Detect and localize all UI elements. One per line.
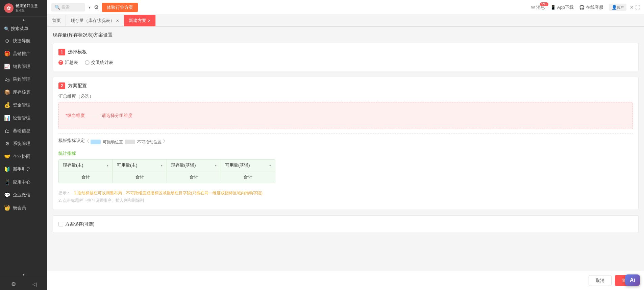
radio-summary[interactable]: 汇总表 <box>58 59 78 66</box>
sidebar-item-sales[interactable]: 📈 销售管理 <box>0 60 47 73</box>
sidebar-item-quick-nav[interactable]: ⊙ 快捷导航 <box>0 34 47 47</box>
sidebar-item-label: 经营管理 <box>13 115 30 121</box>
topbar-dropdown-btn[interactable]: ▾ <box>89 5 91 10</box>
app-download-btn[interactable]: 📱 App下载 <box>550 4 574 10</box>
sidebar-item-vip[interactable]: 👑 畅会员 <box>0 201 47 214</box>
cancel-button[interactable]: 取消 <box>589 275 612 286</box>
scheme-save: 方案保存(可选) <box>58 221 95 227</box>
scroll-up-btn[interactable]: ▲ <box>0 17 47 23</box>
stats-col-header-0[interactable]: 现存量(主) ▾ <box>59 160 113 171</box>
sidebar-search[interactable]: 🔍 搜索菜单 <box>0 23 47 34</box>
sidebar-item-operations[interactable]: 📊 经营管理 <box>0 112 47 124</box>
system-icon: ⚙ <box>4 141 10 147</box>
tab-inventory-status[interactable]: 现存量（库存状况表） ✕ <box>66 15 124 26</box>
stats-col-3-label: 可用量(基辅) <box>225 162 250 168</box>
scheme-save-checkbox[interactable] <box>58 222 63 226</box>
service-btn[interactable]: 🎧 在线客服 <box>579 4 603 10</box>
radio-summary-label: 汇总表 <box>65 59 78 66</box>
stats-table: 现存量(主) ▾ 合计 可用量(主) ▾ 合计 <box>58 159 275 183</box>
settings-btn[interactable]: ⚙ <box>11 281 16 287</box>
app-edition: 标准版 <box>16 8 38 13</box>
step1-title: 选择模板 <box>68 49 87 55</box>
tab-new-scheme[interactable]: 新建方案 ✕ <box>124 15 156 26</box>
vip-icon: 👑 <box>4 205 10 211</box>
tab-home[interactable]: 首页 <box>47 15 66 26</box>
topbar-right: ✉ 消息 99+ 📱 App下载 🎧 在线客服 👤 用户 <box>531 4 626 11</box>
sidebar-item-system[interactable]: ⚙ 系统管理 <box>0 137 47 150</box>
page-title: 现存量(库存状况表)方案设置 <box>53 32 639 38</box>
close-panel-icon[interactable]: ✕ <box>630 5 634 10</box>
sidebar-footer: ⚙ ◁ <box>0 278 47 290</box>
sidebar-item-cooperation[interactable]: 🤝 企业协同 <box>0 150 47 163</box>
app-logo-icon: ✿ <box>4 3 14 13</box>
collapse-btn[interactable]: ◁ <box>32 281 36 287</box>
topbar-gear-icon[interactable]: ⚙ <box>94 4 99 10</box>
expand-panel-icon[interactable]: ⛶ <box>635 5 640 10</box>
radio-cross[interactable]: 交叉统计表 <box>85 59 113 66</box>
legend-row: 可拖动位置 不可拖动位置 <box>91 139 162 145</box>
sidebar-item-basic[interactable]: 🗂 基础信息 <box>0 124 47 137</box>
sidebar-item-label: 库存核算 <box>13 89 30 95</box>
stats-col-body-2: 合计 <box>167 171 221 183</box>
tab-home-label: 首页 <box>52 18 61 24</box>
stats-col-header-3[interactable]: 可用量(基辅) ▾ <box>221 160 275 171</box>
dimension-box[interactable]: *纵向维度 —— 请选择分组维度 <box>58 102 633 129</box>
topbar-search-text: 搜索 <box>61 4 70 10</box>
tab-inventory-close-icon[interactable]: ✕ <box>116 19 119 23</box>
finance-icon: 💰 <box>4 102 10 108</box>
app-icon: 📱 <box>550 5 556 10</box>
tab-inventory-label: 现存量（库存状况表） <box>71 18 115 24</box>
step1-header: 1 选择模板 <box>58 49 633 55</box>
trial-btn[interactable]: 体验行业方案 <box>102 3 138 12</box>
service-label: 在线客服 <box>586 4 603 10</box>
metrics-label-suffix: ） <box>163 138 167 144</box>
stats-col-0-label: 现存量(主) <box>63 162 83 168</box>
stats-col-body-1: 合计 <box>113 171 167 183</box>
sidebar-item-label: 基础信息 <box>13 128 30 134</box>
sidebar-item-label: 新手引导 <box>13 166 30 172</box>
radio-cross-circle <box>85 60 90 65</box>
tab-new-scheme-close-icon[interactable]: ✕ <box>148 19 151 23</box>
app-name: 畅康通好生意 <box>16 3 38 8</box>
stats-col-header-2[interactable]: 现存量(基辅) ▾ <box>167 160 221 171</box>
sidebar-item-label: 系统管理 <box>13 141 30 147</box>
dimension-placeholder: 请选择分组维度 <box>102 113 132 119</box>
newbie-icon: 🔰 <box>4 166 10 172</box>
tips-section: 提示： 1.拖动标题栏可以调整布局，不可跨维度或指标区域拖动栏目字段(只能在同一… <box>58 190 633 204</box>
sidebar-logo: ✿ 畅康通好生意 标准版 <box>0 0 47 17</box>
legend-draggable-swatch <box>91 140 101 144</box>
user-btn[interactable]: 👤 用户 <box>609 4 626 11</box>
sidebar-item-label: 资金管理 <box>13 102 30 108</box>
sales-icon: 📈 <box>4 64 10 70</box>
tips-item-1: 1.拖动标题栏可以调整布局，不可跨维度或指标区域拖动栏目字段(只能在同一维度或指… <box>74 191 263 195</box>
legend-fixed-label: 不可拖动位置 <box>137 139 162 145</box>
stats-col-3: 可用量(基辅) ▾ 合计 <box>221 160 275 183</box>
message-btn[interactable]: ✉ 消息 99+ <box>531 4 545 10</box>
sidebar-item-marketing[interactable]: 🎁 营销推广 <box>0 47 47 60</box>
legend-fixed-swatch <box>125 140 135 144</box>
sidebar-item-label: 畅会员 <box>13 205 26 211</box>
sidebar-item-newbie[interactable]: 🔰 新手引导 <box>0 163 47 176</box>
dimension-arrow: —— <box>89 113 98 118</box>
stats-col-header-1[interactable]: 可用量(主) ▾ <box>113 160 167 171</box>
sidebar-item-inventory[interactable]: 📦 库存核算 <box>0 86 47 99</box>
scroll-down-btn[interactable]: ▼ <box>0 271 47 278</box>
stats-col-1-chevron: ▾ <box>161 164 163 167</box>
operations-icon: 📊 <box>4 115 10 121</box>
topbar-search-box[interactable]: 🔍 搜索 <box>51 3 85 11</box>
sidebar-item-wechat[interactable]: 💬 企业微信 <box>0 189 47 201</box>
sidebar-item-app-center[interactable]: 📱 应用中心 <box>0 176 47 189</box>
stats-col-body-3: 合计 <box>221 171 275 183</box>
sidebar-search-label: 搜索菜单 <box>11 26 28 32</box>
quick-nav-icon: ⊙ <box>4 38 10 44</box>
stats-col-1-label: 可用量(主) <box>117 162 138 168</box>
sidebar-item-finance[interactable]: 💰 资金管理 <box>0 99 47 112</box>
ai-float-button[interactable]: Ai <box>625 274 640 286</box>
app-center-icon: 📱 <box>4 179 10 185</box>
footer-bar: 取消 查询 <box>47 271 644 290</box>
wechat-icon: 💬 <box>4 192 10 198</box>
sidebar-item-purchase[interactable]: 🛍 采购管理 <box>0 73 47 86</box>
sidebar-item-label: 企业微信 <box>13 192 30 198</box>
headset-icon: 🎧 <box>579 5 585 10</box>
scheme-save-label: 方案保存(可选) <box>65 221 95 227</box>
